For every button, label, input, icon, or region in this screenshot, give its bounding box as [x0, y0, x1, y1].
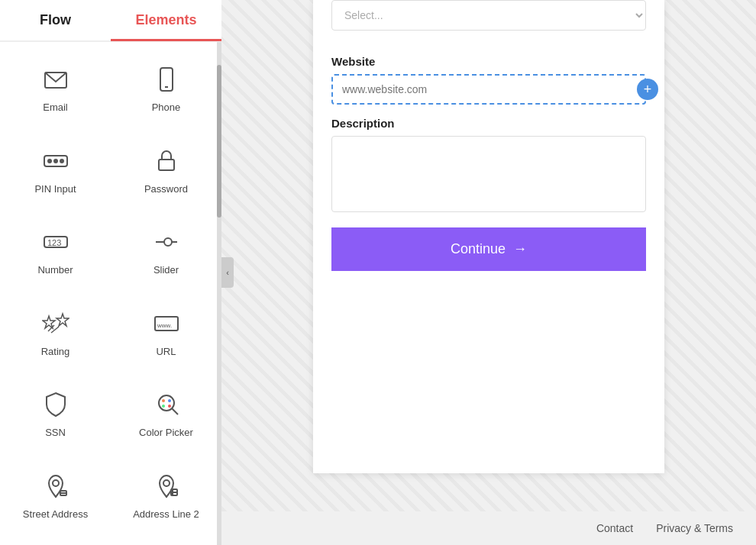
street-address-icon [42, 472, 69, 504]
form-container: Select... Website + Description [221, 0, 756, 511]
tab-flow[interactable]: Flow [0, 2, 111, 39]
svg-rect-7 [159, 160, 174, 170]
ssn-icon [42, 391, 69, 422]
element-label-pin: PIN Input [34, 183, 76, 196]
element-item-address-line2[interactable]: Address Line 2 [111, 456, 221, 538]
website-label: Website [331, 55, 646, 68]
email-icon [42, 66, 69, 97]
element-label-phone: Phone [152, 102, 181, 114]
element-item-slider[interactable]: Slider [111, 212, 221, 294]
element-label-street-address: Street Address [23, 508, 88, 521]
element-item-url[interactable]: www. URL [111, 294, 221, 376]
number-icon: 123 [42, 228, 69, 260]
top-tabs: Flow Elements [0, 0, 221, 42]
scroll-thumb [217, 65, 221, 218]
element-label-url: URL [156, 346, 176, 359]
element-label-slider: Slider [153, 264, 179, 277]
element-label-rating: Rating [41, 346, 70, 359]
element-item-number[interactable]: 123 Number [0, 212, 111, 294]
element-label-number: Number [37, 264, 73, 277]
continue-arrow-icon: → [513, 241, 527, 257]
element-label-color-picker: Color Picker [139, 427, 193, 440]
description-input[interactable] [331, 136, 646, 212]
elements-grid: Email Phone PIN Input [0, 42, 221, 545]
add-field-button[interactable]: + [637, 79, 658, 100]
element-item-street-address[interactable]: Street Address [0, 456, 111, 538]
password-icon [153, 147, 180, 179]
right-panel: Select... Website + Description [221, 0, 756, 545]
website-field-wrapper: + [331, 74, 646, 105]
svg-point-5 [54, 160, 57, 163]
form-wrapper: Select... Website + Description [221, 0, 756, 511]
left-panel: Flow Elements Email Phone [0, 0, 221, 545]
select-input[interactable]: Select... [331, 0, 646, 31]
svg-point-18 [168, 399, 171, 402]
tab-elements[interactable]: Elements [111, 2, 221, 41]
description-label: Description [331, 117, 646, 130]
continue-button[interactable]: Continue → [331, 227, 646, 271]
contact-link[interactable]: Contact [596, 522, 633, 534]
element-item-pin[interactable]: PIN Input [0, 131, 111, 213]
element-item-password[interactable]: Password [111, 131, 221, 213]
privacy-link[interactable]: Privacy & Terms [656, 522, 733, 534]
website-field-group: Website + [331, 55, 646, 105]
website-input[interactable] [331, 74, 646, 105]
element-item-color-picker[interactable]: Color Picker [111, 375, 221, 456]
collapse-panel-button[interactable]: ‹ [221, 257, 234, 288]
form-body: Select... Website + Description [313, 0, 664, 473]
svg-point-25 [163, 480, 170, 486]
url-icon: www. [153, 310, 180, 341]
element-item-phone[interactable]: Phone [111, 50, 221, 131]
address-line2-icon [153, 472, 180, 504]
element-item-email[interactable]: Email [0, 50, 111, 131]
element-item-ssn[interactable]: SSN [0, 375, 111, 456]
select-field-group: Select... [331, 0, 646, 43]
phone-icon [153, 66, 180, 97]
svg-point-20 [168, 405, 171, 408]
element-label-email: Email [43, 102, 68, 114]
color-picker-icon [153, 391, 180, 422]
form-card: Select... Website + Description [313, 0, 664, 473]
svg-point-6 [60, 160, 63, 163]
svg-point-4 [48, 160, 51, 163]
element-label-password: Password [144, 183, 188, 196]
element-label-ssn: SSN [45, 427, 66, 440]
svg-text:www.: www. [157, 322, 172, 329]
footer: Contact Privacy & Terms [221, 511, 756, 545]
svg-point-11 [164, 238, 172, 246]
element-label-address-line2: Address Line 2 [133, 508, 199, 521]
slider-icon [153, 228, 180, 260]
element-item-rating[interactable]: Rating [0, 294, 111, 376]
description-field-group: Description [331, 117, 646, 215]
pin-icon [42, 147, 69, 179]
continue-label: Continue [451, 241, 506, 257]
svg-line-21 [172, 408, 178, 414]
svg-text:123: 123 [47, 238, 61, 247]
svg-point-19 [162, 405, 165, 408]
rating-icon [42, 310, 69, 341]
scroll-indicator [217, 42, 221, 545]
svg-point-22 [53, 480, 59, 486]
svg-marker-13 [57, 314, 69, 326]
svg-point-17 [162, 399, 165, 402]
